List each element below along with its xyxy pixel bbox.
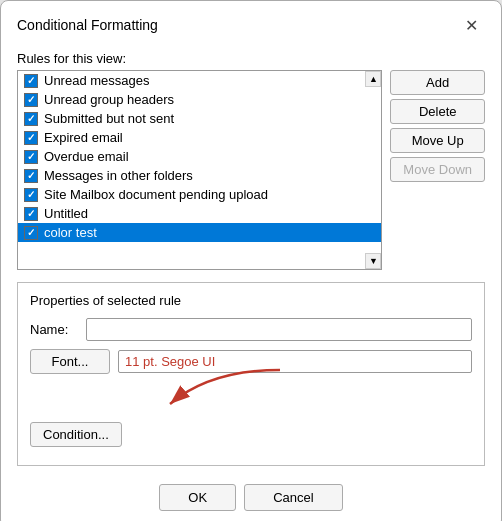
arrow-container [30, 382, 472, 418]
checkbox-icon [24, 93, 38, 107]
name-input[interactable] [86, 318, 472, 341]
name-label: Name: [30, 322, 78, 337]
list-item-label: Overdue email [44, 149, 129, 164]
checkbox-icon [24, 131, 38, 145]
list-item[interactable]: color test [18, 223, 381, 242]
name-row: Name: [30, 318, 472, 341]
bottom-buttons: OK Cancel [17, 476, 485, 511]
checkbox-icon [24, 74, 38, 88]
checkbox-icon [24, 207, 38, 221]
dialog-body: Rules for this view: Unread messagesUnre… [1, 47, 501, 521]
list-item-label: Untitled [44, 206, 88, 221]
checkbox-icon [24, 150, 38, 164]
rules-section: Unread messagesUnread group headersSubmi… [17, 70, 485, 270]
list-item[interactable]: Messages in other folders [18, 166, 381, 185]
list-item[interactable]: Overdue email [18, 147, 381, 166]
list-item-label: Submitted but not sent [44, 111, 174, 126]
delete-button[interactable]: Delete [390, 99, 485, 124]
side-buttons: Add Delete Move Up Move Down [390, 70, 485, 270]
list-item-label: Unread messages [44, 73, 150, 88]
checkbox-icon [24, 112, 38, 126]
list-item-label: Expired email [44, 130, 123, 145]
list-item-label: Messages in other folders [44, 168, 193, 183]
rules-list-container: Unread messagesUnread group headersSubmi… [17, 70, 382, 270]
title-bar: Conditional Formatting ✕ [1, 1, 501, 47]
move-up-button[interactable]: Move Up [390, 128, 485, 153]
properties-section: Properties of selected rule Name: Font..… [17, 282, 485, 466]
list-item-label: color test [44, 225, 97, 240]
list-item-label: Site Mailbox document pending upload [44, 187, 268, 202]
condition-row: Condition... [30, 422, 472, 447]
ok-button[interactable]: OK [159, 484, 236, 511]
list-item[interactable]: Untitled [18, 204, 381, 223]
condition-button[interactable]: Condition... [30, 422, 122, 447]
list-item[interactable]: Submitted but not sent [18, 109, 381, 128]
cancel-button[interactable]: Cancel [244, 484, 342, 511]
conditional-formatting-dialog: Conditional Formatting ✕ Rules for this … [0, 0, 502, 521]
rules-list[interactable]: Unread messagesUnread group headersSubmi… [18, 71, 381, 269]
list-item[interactable]: Expired email [18, 128, 381, 147]
properties-title: Properties of selected rule [30, 293, 472, 308]
checkbox-icon [24, 188, 38, 202]
dialog-title: Conditional Formatting [17, 17, 158, 33]
list-item[interactable]: Site Mailbox document pending upload [18, 185, 381, 204]
scroll-down-button[interactable]: ▼ [365, 253, 381, 269]
red-arrow-icon [90, 362, 290, 412]
add-button[interactable]: Add [390, 70, 485, 95]
checkbox-icon [24, 169, 38, 183]
list-item[interactable]: Unread group headers [18, 90, 381, 109]
checkbox-icon [24, 226, 38, 240]
move-down-button[interactable]: Move Down [390, 157, 485, 182]
rules-section-label: Rules for this view: [17, 51, 485, 66]
list-item[interactable]: Unread messages [18, 71, 381, 90]
scroll-up-button[interactable]: ▲ [365, 71, 381, 87]
list-item-label: Unread group headers [44, 92, 174, 107]
close-button[interactable]: ✕ [457, 11, 485, 39]
